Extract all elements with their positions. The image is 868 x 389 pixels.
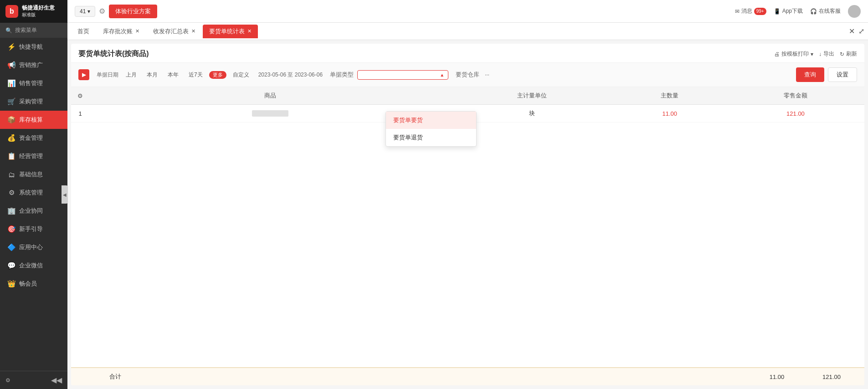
cell-index: 1 [71,105,89,123]
nav-icon-inventory: 📦 [7,116,15,124]
nav-icon-system: ⚙ [7,189,15,197]
search-icon: 🔍 [5,27,12,34]
settings-btn[interactable]: 设置 [828,67,857,82]
user-avatar[interactable] [848,5,861,18]
footer-row: 合计 11.00 121.00 [77,373,859,381]
dropdown-item-order-req[interactable]: 要货单要货 [386,112,476,129]
settings-icon[interactable]: ⚙ [5,377,10,384]
app-logo: b 畅捷通好生意 标准版 [0,0,67,23]
tabs-right: ✕ ⤢ [849,27,864,36]
sidebar-item-finance[interactable]: 💰 资金管理 [0,129,67,147]
search-menu[interactable]: 🔍 搜索菜单 [0,23,67,38]
nav-icon-marketing: 📢 [7,61,15,69]
sidebar-item-marketing[interactable]: 📢 营销推广 [0,56,67,74]
tab-batch-close[interactable]: ✕ [135,28,139,34]
type-select[interactable]: ▲ [357,70,448,80]
nav-icon-sales: 📊 [7,79,15,87]
tab-order-stat[interactable]: 要货单统计表 ✕ [203,25,258,38]
footer-quantity: 11.00 [750,374,804,380]
sidebar-item-enterprise[interactable]: 🏢 企业协同 [0,202,67,220]
app-sub: 标准版 [22,12,55,18]
query-btn[interactable]: 查询 [796,67,824,82]
message-item[interactable]: ✉ 消息 99+ [735,7,766,15]
col-unit: 主计量单位 [452,87,613,105]
tab-order-stat-close[interactable]: ✕ [247,28,252,34]
export-icon: ↓ [819,51,822,57]
shortcut-more[interactable]: 更多 [209,71,226,79]
topbar: 41 ▾ ⚙ 体验行业方案 ✉ 消息 99+ 📱 App下载 🎧 在线客服 [67,0,868,23]
page-title: 要货单统计表(按商品) [78,49,149,59]
tab-batch[interactable]: 库存批次账 ✕ [97,25,146,38]
shortcut-custom[interactable]: 自定义 [229,70,253,80]
trial-btn[interactable]: 体验行业方案 [109,5,157,18]
sidebar-item-inventory[interactable]: 📦 库存核算 [0,111,67,129]
sidebar: b 畅捷通好生意 标准版 🔍 搜索菜单 ⚡ 快捷导航 📢 营销推广 📊 销售管理… [0,0,67,389]
headset-icon: 🎧 [810,8,817,15]
tab-home-label: 首页 [77,27,89,36]
sidebar-item-operation[interactable]: 📋 经营管理 [0,147,67,165]
date-range-display[interactable]: 2023-05-06 至 2023-06-06 [258,71,323,79]
sidebar-item-wechat[interactable]: 💬 企业微信 [0,256,67,275]
sidebar-item-label: 系统管理 [19,189,43,197]
sidebar-item-members[interactable]: 👑 畅会员 [0,275,67,293]
collapse-btn[interactable]: ◀◀ [51,376,62,384]
tab-expand[interactable]: ⤢ [858,27,864,36]
product-name-placeholder [252,110,288,117]
warehouse-select[interactable]: ··· [483,72,489,78]
sidebar-item-sales[interactable]: 📊 销售管理 [0,74,67,92]
shortcut-last-month[interactable]: 上月 [122,70,140,80]
warehouse-filter-label: 要货仓库 [456,71,479,79]
sidebar-item-purchase[interactable]: 🛒 采购管理 [0,92,67,111]
sidebar-item-basics[interactable]: 🗂 基础信息 [0,165,67,184]
table-footer: 合计 11.00 121.00 [71,367,864,385]
sidebar-item-appstore[interactable]: 🔷 应用中心 [0,238,67,256]
app-download-item[interactable]: 📱 App下载 [774,7,803,15]
nav-icon-quick: ⚡ [7,43,15,51]
filter-date-group: 单据日期 上月 本月 本年 近7天 更多 自定义 2023-05-06 至 20… [97,70,323,80]
sidebar-bottom: ⚙ ◀◀ [0,371,67,389]
account-selector[interactable]: 41 ▾ [75,6,95,17]
ellipsis-icon: ··· [485,72,489,78]
export-btn[interactable]: ↓ 导出 [819,50,834,58]
sidebar-toggle[interactable]: ◀ [62,185,68,204]
nav-icon-wechat: 💬 [7,261,15,270]
app-name: 畅捷通好生意 [22,5,55,12]
sidebar-item-label: 营销推广 [19,61,43,69]
dropdown-item-label: 要货单退货 [393,134,423,141]
quantity-link[interactable]: 11.00 [662,110,677,117]
footer-label: 合计 [104,373,695,381]
nav-icon-finance: 💰 [7,134,15,142]
online-service-item[interactable]: 🎧 在线客服 [810,7,841,15]
shortcut-this-month[interactable]: 本月 [143,70,161,80]
sidebar-item-label: 销售管理 [19,79,43,87]
settings-gear-icon[interactable]: ⚙ [99,7,105,15]
refresh-btn[interactable]: ↻ 刷新 [840,50,857,58]
tab-batch-label: 库存批次账 [103,27,133,36]
phone-icon: 📱 [774,8,781,15]
sidebar-item-quick-nav[interactable]: ⚡ 快捷导航 [0,38,67,56]
nav-icon-operation: 📋 [7,152,15,160]
filter-expand-btn[interactable]: ▶ [78,69,89,80]
sidebar-item-system[interactable]: ⚙ 系统管理 [0,184,67,202]
tab-collect[interactable]: 收发存汇总表 ✕ [147,25,202,38]
tab-collect-close[interactable]: ✕ [191,28,195,34]
sidebar-nav: ⚡ 快捷导航 📢 营销推广 📊 销售管理 🛒 采购管理 📦 库存核算 💰 资金管… [0,38,67,371]
cell-quantity: 11.00 [613,105,727,123]
dropdown-item-order-ret[interactable]: 要货单退货 [386,129,476,146]
sidebar-item-guide[interactable]: 🎯 新手引导 [0,220,67,238]
nav-icon-guide: 🎯 [7,225,15,233]
col-settings[interactable]: ⚙ [71,87,89,105]
shortcut-last-7days[interactable]: 近7天 [185,70,206,80]
refresh-icon: ↻ [840,51,844,57]
tab-collect-label: 收发存汇总表 [153,27,189,36]
page-actions: 🖨 按模板打印 ▾ ↓ 导出 ↻ 刷新 [774,50,857,58]
message-icon: ✉ [735,8,740,15]
print-btn[interactable]: 🖨 按模板打印 ▾ [774,50,813,58]
filter-actions: 查询 设置 [796,67,857,82]
shortcut-this-year[interactable]: 本年 [164,70,182,80]
tab-home[interactable]: 首页 [71,25,96,38]
nav-icon-enterprise: 🏢 [7,207,15,215]
amount-link[interactable]: 121.00 [786,110,805,117]
tab-close-all[interactable]: ✕ [849,27,855,36]
nav-icon-purchase: 🛒 [7,97,15,106]
